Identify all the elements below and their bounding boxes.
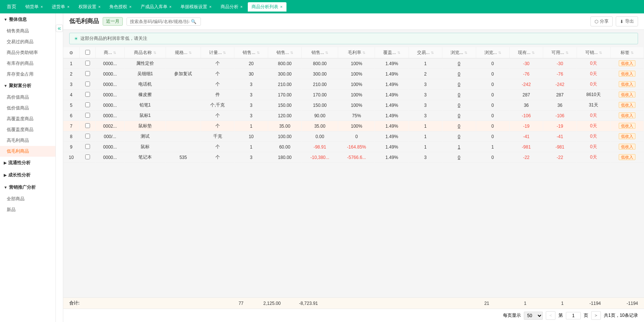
row-view1[interactable]: 0 <box>442 58 476 69</box>
row-select-checkbox[interactable] <box>85 92 90 97</box>
row-unit: 个 <box>201 152 234 163</box>
th-current-stock[interactable]: 现有... ⇅ <box>509 47 543 58</box>
row-checkbox[interactable] <box>79 90 95 100</box>
sidebar-item-sales-goods[interactable]: 销售类商品 <box>0 26 55 36</box>
page-number-input[interactable] <box>566 312 581 319</box>
sidebar-item-high-value[interactable]: 高价值商品 <box>0 92 55 103</box>
th-code[interactable]: 商... ⇅ <box>96 47 125 58</box>
close-icon[interactable]: × <box>169 4 172 9</box>
th-view1[interactable]: 浏览... ⇅ <box>442 47 476 58</box>
close-icon[interactable]: × <box>209 4 211 9</box>
search-input[interactable] <box>130 19 189 24</box>
sidebar-collapse-button[interactable]: « <box>56 25 63 32</box>
row-checkbox[interactable] <box>79 79 95 90</box>
th-available-stock[interactable]: 可用... ⇅ <box>543 47 577 58</box>
row-checkbox[interactable] <box>79 131 95 142</box>
th-gross-margin[interactable]: 毛利率 ⇅ <box>338 47 375 58</box>
time-filter-button[interactable]: 近一月 <box>103 17 123 26</box>
row-select-checkbox[interactable] <box>85 154 90 159</box>
row-view1[interactable]: 0 <box>442 79 476 90</box>
sidebar-item-high-coverage[interactable]: 高覆盖度商品 <box>0 114 55 124</box>
sidebar-group-marketing[interactable]: ▼ 营销推广分析 <box>0 181 55 194</box>
th-transaction[interactable]: 交易... ⇅ <box>408 47 442 58</box>
row-view1[interactable]: 0 <box>442 111 476 121</box>
sidebar-group-wealth[interactable]: ▼ 聚财富分析 <box>0 80 55 92</box>
sidebar-item-in-stock[interactable]: 有库存的商品 <box>0 58 55 69</box>
sidebar-item-low-coverage[interactable]: 低覆盖度商品 <box>0 124 55 135</box>
sidebar-item-traded-goods[interactable]: 交易过的商品 <box>0 36 55 47</box>
row-name: 吴细细1 <box>125 69 166 79</box>
th-sales-amount[interactable]: 销售... ⇅ <box>302 47 338 58</box>
nav-template-settings[interactable]: 单据模板设置 × <box>177 2 215 12</box>
row-view1[interactable]: 0 <box>442 90 476 100</box>
nav-product-warehouse[interactable]: 产成品入库单 × <box>137 2 175 12</box>
row-select-checkbox[interactable] <box>85 113 90 118</box>
row-select-checkbox[interactable] <box>85 61 90 66</box>
select-all-checkbox[interactable] <box>85 50 90 55</box>
sidebar-group-overall[interactable]: ▼ 整体信息 <box>0 13 55 26</box>
row-view1[interactable]: 0 <box>442 131 476 142</box>
data-table: ⚙ 商... ⇅ 商品名称 ⇅ 规格... ⇅ 计量... ⇅ 销售... ⇅ … <box>63 47 644 163</box>
row-checkbox[interactable] <box>79 100 95 111</box>
nav-role-auth[interactable]: 角色授权 × <box>106 2 135 12</box>
close-icon[interactable]: × <box>41 4 43 9</box>
sidebar-item-low-value[interactable]: 低价值商品 <box>0 103 55 114</box>
row-view1[interactable]: 0 <box>442 69 476 79</box>
sidebar-group-growth[interactable]: ▶ 成长性分析 <box>0 169 55 181</box>
row-view1[interactable]: 0 <box>442 121 476 131</box>
th-name[interactable]: 商品名称 ⇅ <box>125 47 166 58</box>
next-page-button[interactable]: ＞ <box>591 311 601 320</box>
row-view1[interactable]: 0 <box>442 152 476 163</box>
nav-permission-settings[interactable]: 权限设置 × <box>75 2 104 12</box>
row-checkbox[interactable] <box>79 142 95 152</box>
th-saleable-stock[interactable]: 可销... ⇅ <box>577 47 610 58</box>
row-select-checkbox[interactable] <box>85 82 90 86</box>
prev-page-button[interactable]: ＜ <box>546 311 555 320</box>
close-icon[interactable]: × <box>129 4 131 9</box>
sidebar-item-category-rate[interactable]: 商品分类助销率 <box>0 47 55 58</box>
row-checkbox[interactable] <box>79 152 95 163</box>
search-icon[interactable]: 🔍 <box>191 19 196 24</box>
row-select-checkbox[interactable] <box>85 102 90 107</box>
per-page-select[interactable]: 50 100 200 <box>524 312 543 320</box>
sidebar-item-low-margin[interactable]: 低毛利商品 <box>0 146 55 157</box>
th-coverage[interactable]: 覆盖... ⇅ <box>375 47 408 58</box>
per-page-label: 每页显示 <box>503 312 521 319</box>
th-view2[interactable]: 浏览... ⇅ <box>476 47 509 58</box>
row-view1[interactable]: 0 <box>442 100 476 111</box>
th-tag[interactable]: 标签 ⇅ <box>611 47 644 58</box>
nav-purchase-order[interactable]: 进货单 × <box>48 2 73 12</box>
sidebar-item-new-goods[interactable]: 新品 <box>0 204 55 215</box>
row-checkbox[interactable] <box>79 58 95 69</box>
close-icon[interactable]: × <box>98 4 100 9</box>
row-view2: 0 <box>476 131 509 142</box>
row-select-checkbox[interactable] <box>85 144 90 149</box>
th-sales-price[interactable]: 销售... ⇅ <box>268 47 301 58</box>
row-checkbox[interactable] <box>79 69 95 79</box>
row-sales-count: 20 <box>234 58 268 69</box>
th-settings[interactable]: ⚙ <box>63 47 79 58</box>
row-checkbox[interactable] <box>79 121 95 131</box>
export-button[interactable]: ⬇ 导出 <box>616 16 638 26</box>
sidebar-item-high-margin[interactable]: 高毛利商品 <box>0 135 55 146</box>
row-view1[interactable]: 1 <box>442 142 476 152</box>
sidebar-item-capital[interactable]: 库存资金占用 <box>0 69 55 80</box>
row-select-checkbox[interactable] <box>85 123 90 128</box>
th-spec[interactable]: 规格... ⇅ <box>166 47 201 58</box>
row-select-checkbox[interactable] <box>85 134 90 138</box>
sidebar-item-all-goods[interactable]: 全部商品 <box>0 194 55 204</box>
share-button[interactable]: ⬡ 分享 <box>590 16 613 26</box>
th-sales-count[interactable]: 销售... ⇅ <box>234 47 268 58</box>
nav-product-analysis-list[interactable]: 商品分析列表 × <box>248 2 286 12</box>
sidebar-group-flow[interactable]: ▶ 流通性分析 <box>0 157 55 169</box>
nav-product-analysis[interactable]: 商品分析 × <box>217 2 246 12</box>
close-icon[interactable]: × <box>67 4 69 9</box>
row-checkbox[interactable] <box>79 111 95 121</box>
nav-sales-order[interactable]: 销货单 × <box>22 2 47 12</box>
close-icon[interactable]: × <box>280 4 282 9</box>
row-select-checkbox[interactable] <box>85 71 90 76</box>
settings-icon[interactable]: ⚙ <box>69 50 73 55</box>
nav-home[interactable]: 首页 <box>3 2 20 12</box>
th-unit[interactable]: 计量... ⇅ <box>201 47 234 58</box>
close-icon[interactable]: × <box>240 4 243 9</box>
